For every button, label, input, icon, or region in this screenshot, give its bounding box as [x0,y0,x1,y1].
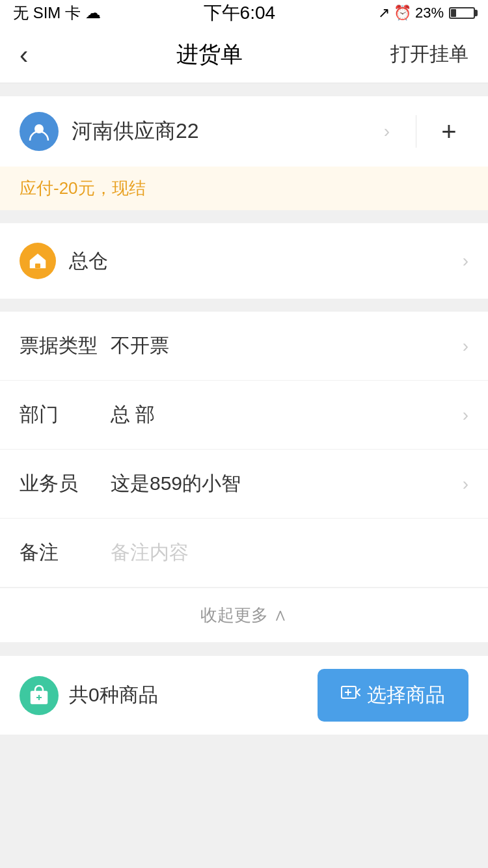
nav-bar: ‹ 进货单 打开挂单 [0,26,488,83]
supplier-name: 河南供应商22 [72,117,384,146]
select-product-icon [341,685,360,706]
form-row-salesperson[interactable]: 业务员 这是859的小智 › [0,450,488,519]
status-time: 下午6:04 [204,1,276,25]
bottom-bar: 共0种商品 选择商品 [0,655,488,735]
supplier-card: 河南供应商22 › + 应付-20元，现结 [0,96,488,210]
supplier-avatar [20,112,59,151]
section-gap-1 [0,83,488,96]
location-icon: ↗ [378,5,390,21]
salesperson-key: 业务员 [20,470,104,497]
battery-icon [449,7,475,19]
sim-label: 无 SIM 卡 ☁ [13,3,101,23]
page-background [0,735,488,868]
salesperson-value: 这是859的小智 [104,470,463,497]
warning-banner: 应付-20元，现结 [0,167,488,210]
form-section: 票据类型 不开票 › 部门 总 部 › 业务员 这是859的小智 › 备注 备注… [0,312,488,642]
add-supplier-button[interactable]: + [429,112,468,151]
section-gap-4 [0,642,488,655]
product-icon-wrap [20,676,59,715]
select-product-label: 选择商品 [367,682,445,709]
ticket-value: 不开票 [104,332,463,359]
remark-value[interactable]: 备注内容 [104,539,468,566]
battery-percent: 23% [415,5,444,21]
select-product-button[interactable]: 选择商品 [318,669,468,722]
ticket-chevron-icon: › [463,336,468,357]
page-title: 进货单 [176,40,243,70]
form-row-remark[interactable]: 备注 备注内容 [0,519,488,588]
salesperson-chevron-icon: › [463,474,468,495]
supplier-row[interactable]: 河南供应商22 › + [0,96,488,167]
department-chevron-icon: › [463,405,468,426]
back-button[interactable]: ‹ [20,42,28,68]
section-gap-3 [0,299,488,312]
collapse-toggle[interactable]: 收起更多 ∧ [0,588,488,642]
department-key: 部门 [20,401,104,428]
form-row-department[interactable]: 部门 总 部 › [0,381,488,450]
section-gap-2 [0,210,488,223]
product-count: 共0种商品 [69,682,318,709]
warehouse-card: 总仓 › [0,223,488,299]
department-value: 总 部 [104,401,463,428]
form-row-ticket[interactable]: 票据类型 不开票 › [0,312,488,381]
open-pending-button[interactable]: 打开挂单 [390,41,468,68]
supplier-divider [416,115,416,148]
status-right: ↗ ⏰ 23% [378,5,475,21]
svg-rect-1 [35,264,40,268]
supplier-chevron-icon: › [384,121,390,142]
warehouse-chevron-icon: › [463,251,468,271]
remark-key: 备注 [20,539,104,566]
alarm-icon: ⏰ [394,5,411,21]
warehouse-row[interactable]: 总仓 › [0,223,488,299]
status-bar: 无 SIM 卡 ☁ 下午6:04 ↗ ⏰ 23% [0,0,488,26]
warehouse-icon-wrap [20,243,56,279]
status-left: 无 SIM 卡 ☁ [13,3,101,23]
ticket-key: 票据类型 [20,332,104,359]
warehouse-label: 总仓 [69,248,463,275]
